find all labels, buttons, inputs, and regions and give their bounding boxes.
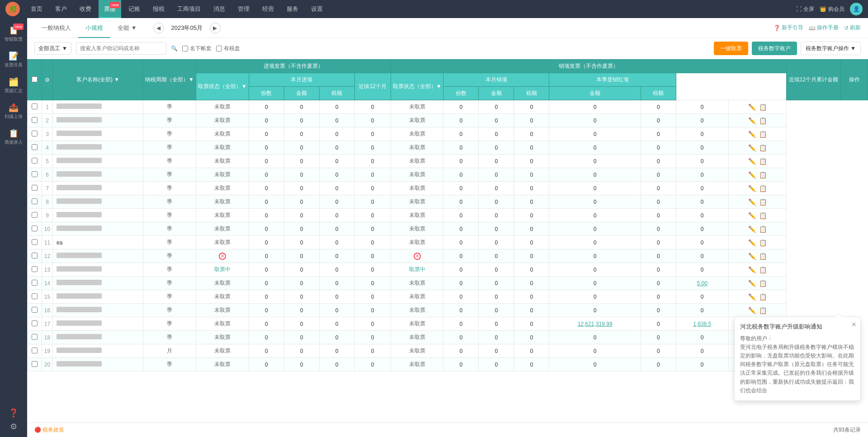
nav-home[interactable]: 首页 — [25, 0, 48, 18]
copy-icon[interactable]: 📋 — [759, 117, 767, 124]
copy-icon[interactable]: 📋 — [759, 307, 767, 314]
tax-policy-link[interactable]: 🔴 税务政策 — [34, 426, 64, 434]
prev-month-button[interactable]: ◀ — [153, 23, 164, 33]
copy-icon[interactable]: 📋 — [759, 266, 767, 273]
tax-disk-checkbox-label[interactable]: 有税盘 — [216, 45, 240, 52]
next-month-button[interactable]: ▶ — [210, 23, 221, 33]
new-user-guide-button[interactable]: ❓ 新手引导 — [774, 24, 803, 32]
operation-manual-button[interactable]: 📖 操作手册 — [809, 24, 839, 32]
cumulative-value[interactable]: 5.00 — [697, 280, 708, 287]
sidebar-help-button[interactable]: ❓ — [9, 408, 19, 418]
employee-filter[interactable]: 全部员工 ▼ — [34, 42, 71, 55]
select-all-checkbox[interactable] — [32, 76, 38, 82]
cumulative-value[interactable]: 1,638.5 — [693, 321, 711, 327]
edit-icon[interactable]: ✏️ — [748, 185, 756, 192]
row-checkbox[interactable] — [32, 198, 38, 204]
row-checkbox[interactable] — [32, 334, 38, 340]
one-click-ticket-button[interactable]: 一键取票 — [714, 42, 748, 55]
nav-services[interactable]: 服务 — [281, 0, 304, 18]
edit-icon[interactable]: ✏️ — [748, 280, 756, 287]
copy-icon[interactable]: 📋 — [759, 131, 767, 138]
nav-operations[interactable]: 经营 — [257, 0, 279, 18]
copy-icon[interactable]: 📋 — [759, 226, 767, 233]
edit-icon[interactable]: ✏️ — [748, 171, 756, 179]
nav-business[interactable]: 工商项目 — [172, 0, 206, 18]
fullscreen-button[interactable]: ⛶ 全屏 — [796, 5, 814, 13]
nav-management[interactable]: 管理 — [232, 0, 255, 18]
row-checkbox[interactable] — [32, 158, 38, 164]
search-icon[interactable]: 🔍 — [171, 45, 178, 52]
edit-icon[interactable]: ✏️ — [748, 266, 756, 273]
edit-icon[interactable]: ✏️ — [748, 158, 756, 165]
edit-icon[interactable]: ✏️ — [748, 144, 756, 151]
copy-icon[interactable]: 📋 — [759, 103, 767, 111]
edit-icon[interactable]: ✏️ — [748, 226, 756, 233]
edit-icon[interactable]: ✏️ — [748, 239, 756, 246]
row-checkbox[interactable] — [32, 226, 38, 231]
popup-close-button[interactable]: ✕ — [851, 321, 857, 328]
edit-icon[interactable]: ✏️ — [748, 307, 756, 314]
row-checkbox[interactable] — [32, 320, 38, 326]
row-checkbox[interactable] — [32, 171, 38, 177]
sidebar-item-scan[interactable]: 📤 扫描上传 — [1, 99, 26, 123]
row-checkbox[interactable] — [32, 293, 38, 299]
nav-accounting[interactable]: 记账 — [123, 0, 146, 18]
copy-icon[interactable]: 📋 — [759, 158, 767, 165]
tax-digital-account-button[interactable]: 税务数字账户 — [752, 42, 797, 55]
edit-icon[interactable]: ✏️ — [748, 103, 756, 111]
nav-settings[interactable]: 设置 — [306, 0, 328, 18]
row-checkbox[interactable] — [32, 212, 38, 218]
under-account-checkbox[interactable] — [182, 46, 188, 52]
row-checkbox[interactable] — [32, 103, 38, 109]
nav-clients[interactable]: 客户 — [50, 0, 72, 18]
under-account-checkbox-label[interactable]: 名下帐套 — [182, 45, 212, 52]
edit-icon[interactable]: ✏️ — [748, 253, 756, 260]
row-checkbox[interactable] — [32, 131, 38, 136]
sidebar-item-open-invoice[interactable]: 📝 发票开具 — [1, 47, 26, 71]
user-avatar[interactable]: 👤 — [850, 3, 863, 15]
row-checkbox[interactable] — [32, 144, 38, 150]
sidebar-settings-button[interactable]: ⚙ — [10, 422, 17, 432]
sidebar-item-smart-ticket[interactable]: 📋 智能取票 new — [1, 22, 26, 46]
edit-icon[interactable]: ✏️ — [748, 117, 756, 124]
row-checkbox[interactable] — [32, 361, 38, 367]
tab-all-capable[interactable]: 全能 ▼ — [110, 18, 144, 38]
sidebar-item-summary[interactable]: 🗂️ 票据汇总 — [1, 73, 26, 97]
nav-billing[interactable]: 收费 — [74, 0, 97, 18]
row-checkbox[interactable] — [32, 348, 38, 353]
copy-icon[interactable]: 📋 — [759, 171, 767, 179]
edit-icon[interactable]: ✏️ — [748, 131, 756, 138]
row-checkbox[interactable] — [32, 266, 38, 272]
row-checkbox[interactable] — [32, 117, 38, 123]
sidebar-item-entry[interactable]: 📋 票据录入 — [1, 125, 26, 149]
copy-icon[interactable]: 📋 — [759, 198, 767, 206]
nav-invoices[interactable]: 票据 new — [99, 0, 121, 18]
row-checkbox[interactable] — [32, 253, 38, 258]
td-red-tax: 0 — [641, 277, 676, 290]
td-checkbox — [28, 209, 42, 222]
copy-icon[interactable]: 📋 — [759, 144, 767, 151]
nav-tax[interactable]: 报税 — [147, 0, 170, 18]
tab-small-scale[interactable]: 小规模 — [78, 18, 110, 38]
red-amount-value[interactable]: 12,621,319.99 — [578, 321, 613, 327]
client-search-input[interactable] — [76, 42, 166, 55]
tax-digital-account-ops-button[interactable]: 税务数字账户操作 ▼ — [801, 42, 861, 55]
edit-icon[interactable]: ✏️ — [748, 293, 756, 301]
row-checkbox[interactable] — [32, 280, 38, 286]
nav-messages[interactable]: 消息 — [208, 0, 231, 18]
row-checkbox[interactable] — [32, 239, 38, 245]
refresh-button[interactable]: ↺ 刷新 — [844, 24, 861, 32]
copy-icon[interactable]: 📋 — [759, 293, 767, 301]
member-button[interactable]: 👑 购会员 — [820, 5, 844, 13]
copy-icon[interactable]: 📋 — [759, 212, 767, 219]
edit-icon[interactable]: ✏️ — [748, 198, 756, 206]
tax-disk-checkbox[interactable] — [216, 46, 222, 52]
copy-icon[interactable]: 📋 — [759, 253, 767, 260]
row-checkbox[interactable] — [32, 185, 38, 191]
row-checkbox[interactable] — [32, 307, 38, 313]
copy-icon[interactable]: 📋 — [759, 185, 767, 192]
copy-icon[interactable]: 📋 — [759, 280, 767, 287]
copy-icon[interactable]: 📋 — [759, 239, 767, 246]
edit-icon[interactable]: ✏️ — [748, 212, 756, 219]
tab-general-taxpayer[interactable]: 一般纳税人 — [34, 18, 78, 38]
